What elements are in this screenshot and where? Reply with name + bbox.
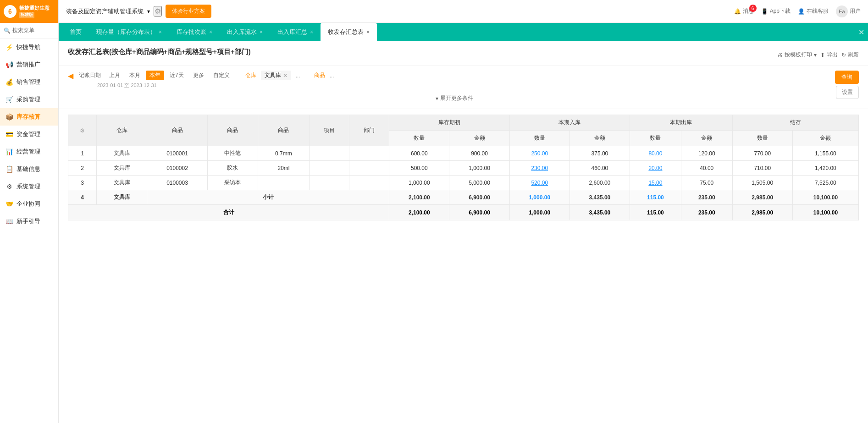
sidebar-item-3[interactable]: 🛒采购管理: [0, 91, 58, 108]
print-button[interactable]: 🖨 按模板打印 ▾: [777, 51, 817, 59]
th-dept: 部门: [349, 115, 389, 146]
date-btn-this-month[interactable]: 本月: [126, 71, 144, 80]
online-service-item[interactable]: 👤 在线客服: [798, 7, 829, 15]
cell-outgoing-qty-2: 15.00: [630, 176, 681, 190]
cell-closing-qty-2: 1,505.00: [732, 176, 792, 190]
settings-button[interactable]: 设置: [836, 86, 859, 99]
tab-close-2[interactable]: ×: [209, 29, 212, 35]
th-closing: 结存: [732, 115, 858, 131]
tab-close-4[interactable]: ×: [310, 29, 313, 35]
subtotal-incoming-amount: 3,435.00: [569, 190, 630, 205]
cell-opening-amount-0: 900.00: [449, 146, 509, 161]
subtotal-opening-amount: 6,900.00: [449, 190, 509, 205]
th-outgoing-qty: 数量: [630, 131, 681, 146]
expand-conditions-btn[interactable]: ▾ 展开更多条件: [432, 93, 477, 104]
sidebar-icon-9: 🤝: [6, 200, 13, 208]
date-range-display: 2023-01-01 至 2023-12-31: [97, 82, 829, 89]
tab-2[interactable]: 库存批次账×: [169, 23, 220, 41]
th-warehouse: 仓库: [97, 115, 147, 146]
gear-button[interactable]: ⚙: [154, 6, 162, 16]
cell-closing-qty-1: 710.00: [732, 161, 792, 176]
sidebar-item-1[interactable]: 📢营销推广: [0, 56, 58, 73]
footer-closing-amount: 10,100.00: [792, 205, 858, 220]
date-btn-more[interactable]: 更多: [189, 71, 208, 80]
cell-incoming-qty-2: 520.00: [509, 176, 569, 190]
footer-row: 合计 2,100.00 6,900.00 1,000.00 3,435.00 1…: [68, 205, 859, 220]
goods-more-btn[interactable]: ...: [330, 72, 334, 79]
th-project: 项目: [309, 115, 349, 146]
expand-conditions-icon: ▾: [436, 95, 438, 102]
table-row: 2 文具库 0100002 胶水 20ml 500.00 1,000.00 23…: [68, 161, 859, 176]
export-button[interactable]: ⬆ 导出: [820, 51, 838, 59]
sidebar-item-2[interactable]: 💰销售管理: [0, 73, 58, 91]
table-gear-icon[interactable]: ⚙: [80, 127, 85, 134]
tab-4[interactable]: 出入库汇总×: [270, 23, 321, 41]
cell-row-0: 1: [68, 146, 97, 161]
sidebar-label-2: 销售管理: [17, 78, 40, 86]
refresh-button[interactable]: ↻ 刷新: [841, 51, 859, 59]
sidebar-logo: 6 畅捷通好生意 标准版: [0, 0, 58, 23]
cell-opening-qty-0: 600.00: [389, 146, 449, 161]
sidebar-item-6[interactable]: 📊经营管理: [0, 143, 58, 160]
warehouse-tag-close[interactable]: ✕: [283, 72, 287, 79]
main-content: 装备及固定资产辅助管理系统 ▾ ⚙ 体验行业方案 🔔 消息 6 📱 App下载 …: [59, 0, 868, 423]
refresh-icon: ↻: [841, 52, 846, 58]
tab-close-1[interactable]: ×: [159, 29, 162, 35]
sidebar-item-7[interactable]: 📋基础信息: [0, 160, 58, 178]
cell-incoming-amount-1: 460.00: [569, 161, 630, 176]
content-area: 收发存汇总表(按仓库+商品编码+商品+规格型号+项目+部门) 🖨 按模板打印 ▾…: [59, 41, 868, 423]
sidebar-item-5[interactable]: 💳资金管理: [0, 126, 58, 143]
cell-incoming-qty-0: 250.00: [509, 146, 569, 161]
warehouse-tag: 文具库 ✕: [261, 71, 291, 80]
query-button[interactable]: 查询: [835, 71, 859, 84]
tab-close-3[interactable]: ×: [260, 29, 263, 35]
subtotal-closing-qty: 2,985.00: [732, 190, 792, 205]
avatar: Ea: [836, 5, 848, 17]
footer-outgoing-amount: 235.00: [681, 205, 732, 220]
user-item[interactable]: Ea 用户: [836, 5, 861, 17]
sidebar-item-10[interactable]: 📖新手引导: [0, 213, 58, 230]
service-icon: 👤: [798, 8, 805, 15]
tab-5[interactable]: 收发存汇总表×: [321, 23, 377, 41]
footer-outgoing-qty: 115.00: [630, 205, 681, 220]
cell-spec-0: 0.7mm: [258, 146, 310, 161]
logo-icon: 6: [4, 5, 17, 18]
system-title: 装备及固定资产辅助管理系统: [66, 7, 144, 16]
date-btn-7days[interactable]: 近7天: [166, 71, 188, 80]
cell-closing-amount-2: 7,525.00: [792, 176, 858, 190]
tab-3[interactable]: 出入库流水×: [220, 23, 270, 41]
app-download-item[interactable]: 📱 App下载: [761, 7, 791, 15]
footer-incoming-amount: 3,435.00: [569, 205, 630, 220]
date-btn-this-year[interactable]: 本年: [146, 71, 164, 80]
sidebar-item-9[interactable]: 🤝企业协同: [0, 195, 58, 213]
notification-badge: 6: [749, 5, 757, 12]
sidebar-search[interactable]: 🔍 搜索菜单: [0, 23, 58, 38]
sidebar-icon-4: 📦: [6, 113, 13, 121]
subtotal-incoming-qty: 1,000.00: [509, 190, 569, 205]
sidebar-icon-6: 📊: [6, 148, 13, 155]
filter-bar: ◀ 记账日期 上月 本月 本年 近7天 更多 自定义 仓库 文具库: [59, 66, 868, 109]
cell-opening-amount-2: 5,000.00: [449, 176, 509, 190]
trial-button[interactable]: 体验行业方案: [166, 5, 211, 18]
expand-arrow-icon[interactable]: ◀: [68, 71, 73, 80]
sidebar-item-0[interactable]: ⚡快捷导航: [0, 38, 58, 56]
tab-close-5[interactable]: ×: [366, 29, 370, 35]
sidebar-item-8[interactable]: ⚙系统管理: [0, 178, 58, 195]
tab-0[interactable]: 首页: [62, 23, 89, 41]
sidebar-label-4: 库存核算: [17, 113, 40, 121]
tab-1[interactable]: 现存量（库存分布表）×: [89, 23, 169, 41]
tab-label-5: 收发存汇总表: [328, 28, 364, 36]
cell-opening-amount-1: 1,000.00: [449, 161, 509, 176]
tab-bar-close-icon[interactable]: ✕: [858, 28, 864, 37]
warehouse-filter-label: 仓库: [245, 71, 256, 79]
logo-text: 畅捷通好生意 标准版: [19, 5, 50, 18]
date-btn-last-month[interactable]: 上月: [105, 71, 124, 80]
date-btn-custom[interactable]: 自定义: [210, 71, 233, 80]
sidebar-item-4[interactable]: 📦库存核算: [0, 108, 58, 126]
warehouse-more-btn[interactable]: ...: [296, 72, 300, 79]
notification-item[interactable]: 🔔 消息 6: [734, 7, 754, 15]
cell-project-2: [309, 176, 349, 190]
cell-outgoing-qty-0: 80.00: [630, 146, 681, 161]
sidebar-icon-2: 💰: [6, 78, 13, 86]
cell-row-1: 2: [68, 161, 97, 176]
